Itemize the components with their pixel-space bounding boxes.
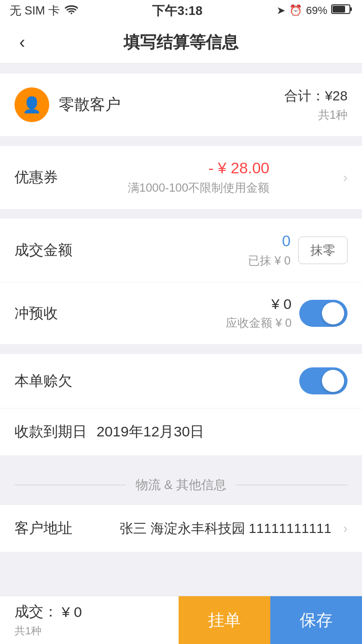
pre-receipt-toggle[interactable] (299, 300, 348, 327)
status-bar: 无 SIM 卡 下午3:18 ➤ ⏰ 69% (0, 0, 362, 21)
nav-bar: ‹ 填写结算等信息 (0, 21, 362, 64)
coupon-label: 优惠券 (14, 168, 58, 187)
bottom-count: 共1种 (14, 624, 164, 638)
already-rounded: 已抹 ¥ 0 (248, 253, 291, 268)
wifi-icon (65, 4, 78, 17)
bottom-transaction-label: 成交： (14, 602, 58, 622)
customer-row: 👤 零散客户 合计：¥28 共1种 (0, 73, 362, 136)
transaction-amount-right: 0 已抹 ¥ 0 抹零 (248, 232, 348, 268)
back-button[interactable]: ‹ (14, 29, 30, 56)
divider-left (14, 485, 126, 485)
bottom-transaction-amount: ¥ 0 (62, 604, 82, 620)
battery-label: 69% (306, 4, 327, 17)
pre-receipt-right: ¥ 0 应收金额 ¥ 0 (226, 296, 348, 331)
due-date-value: 2019年12月30日 (97, 422, 204, 442)
svg-rect-3 (350, 7, 352, 11)
total-count: 共1种 (284, 107, 348, 123)
customer-left: 👤 零散客户 (14, 87, 121, 122)
coupon-row[interactable]: 优惠券 - ¥ 28.00 满1000-100不限制使用金额 › (0, 146, 362, 209)
customer-name: 零散客户 (59, 94, 121, 115)
bottom-bar: 成交： ¥ 0 共1种 挂单 保存 (0, 596, 362, 644)
debt-right (299, 367, 348, 394)
logistics-section: 物流 & 其他信息 客户地址 张三 海淀永丰科技园 11111111111 › (0, 465, 362, 552)
location-icon: ➤ (277, 4, 285, 17)
debt-section: 本单赊欠 收款到期日 2019年12月30日 (0, 354, 362, 455)
svg-point-0 (70, 13, 72, 14)
logistics-header-text: 物流 & 其他信息 (136, 476, 226, 493)
save-button[interactable]: 保存 (270, 596, 362, 644)
debt-row: 本单赊欠 (0, 354, 362, 408)
address-value: 张三 海淀永丰科技园 11111111111 (120, 519, 332, 538)
debt-label: 本单赊欠 (14, 371, 72, 391)
status-left: 无 SIM 卡 (10, 3, 78, 18)
logistics-header: 物流 & 其他信息 (0, 465, 362, 505)
customer-summary: 合计：¥28 共1种 (284, 87, 348, 123)
transaction-amount-row: 成交金额 0 已抹 ¥ 0 抹零 (0, 219, 362, 282)
address-label: 客户地址 (14, 518, 72, 538)
status-right: ➤ ⏰ 69% (277, 4, 352, 17)
hold-button[interactable]: 挂单 (179, 596, 270, 644)
alarm-icon: ⏰ (289, 4, 302, 17)
bottom-info: 成交： ¥ 0 共1种 (0, 596, 179, 644)
round-off-button[interactable]: 抹零 (298, 237, 348, 264)
svg-rect-2 (333, 6, 345, 13)
address-right: 张三 海淀永丰科技园 11111111111 › (120, 519, 348, 538)
due-date-label: 收款到期日 (14, 422, 87, 442)
coupon-description: 满1000-100不限制使用金额 (128, 180, 269, 196)
pre-receipt-label: 冲预收 (14, 304, 58, 323)
debt-toggle[interactable] (299, 367, 348, 394)
transaction-amount-label: 成交金额 (14, 240, 72, 260)
due-date-row: 收款到期日 2019年12月30日 (0, 408, 362, 455)
pre-receipt-row: 冲预收 ¥ 0 应收金额 ¥ 0 (0, 282, 362, 344)
transaction-section: 成交金额 0 已抹 ¥ 0 抹零 冲预收 ¥ 0 应收金额 ¥ 0 (0, 219, 362, 344)
transaction-amount-value[interactable]: 0 (248, 232, 291, 250)
coupon-section: 优惠券 - ¥ 28.00 满1000-100不限制使用金额 › (0, 146, 362, 209)
battery-icon (331, 4, 352, 17)
divider-right (236, 485, 348, 485)
coupon-right: - ¥ 28.00 满1000-100不限制使用金额 (128, 159, 269, 196)
carrier-label: 无 SIM 卡 (10, 3, 60, 18)
address-row[interactable]: 客户地址 张三 海淀永丰科技园 11111111111 › (0, 505, 362, 552)
page-title: 填写结算等信息 (124, 31, 238, 54)
coupon-discount: - ¥ 28.00 (128, 159, 269, 177)
bottom-transaction: 成交： ¥ 0 (14, 602, 164, 622)
status-time: 下午3:18 (152, 2, 202, 19)
chevron-right-icon: › (343, 170, 348, 185)
chevron-right-icon: › (343, 521, 348, 536)
avatar: 👤 (14, 87, 49, 122)
pre-receipt-amount: ¥ 0 (226, 296, 292, 312)
receivable: 应收金额 ¥ 0 (226, 315, 292, 331)
total-amount: 合计：¥28 (284, 87, 348, 105)
avatar-icon: 👤 (22, 96, 42, 114)
customer-section: 👤 零散客户 合计：¥28 共1种 (0, 73, 362, 136)
